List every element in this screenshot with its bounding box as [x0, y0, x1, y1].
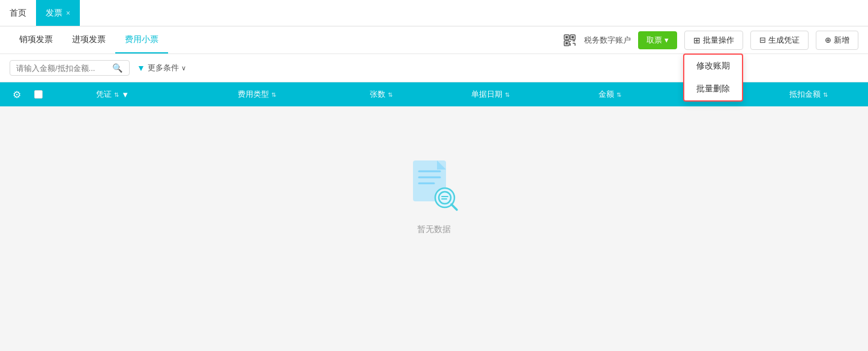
generate-voucher-button[interactable]: ⊟ 生成凭证: [750, 31, 809, 50]
top-nav: 首页 发票 ×: [0, 0, 868, 26]
svg-rect-3: [571, 36, 574, 38]
dropdown-item-batch-delete[interactable]: 批量删除: [684, 78, 742, 100]
settings-icon: ⚙: [13, 89, 21, 100]
th-count[interactable]: 张数 ⇅: [337, 89, 426, 100]
search-input[interactable]: [16, 64, 112, 73]
search-icon: 🔍: [112, 63, 122, 73]
sub-tabs-left: 销项发票 进项发票 费用小票: [10, 26, 168, 53]
th-deduct-label: 抵扣金额: [789, 89, 821, 100]
th-checkbox[interactable]: [29, 90, 48, 99]
empty-state: 暂无数据: [0, 106, 868, 259]
th-count-label: 张数: [370, 89, 385, 100]
th-date-label: 单据日期: [471, 89, 502, 100]
th-amount[interactable]: 金额 ⇅: [555, 89, 665, 100]
th-deduct-amount[interactable]: 抵扣金额 ⇅: [754, 89, 863, 100]
fetch-arrow-icon: ▾: [665, 35, 669, 44]
th-expense-type[interactable]: 费用类型 ⇅: [177, 89, 336, 100]
nav-home[interactable]: 首页: [0, 0, 36, 26]
th-voucher-filter-icon: ▼: [121, 90, 129, 99]
th-date[interactable]: 单据日期 ⇅: [426, 89, 555, 100]
nav-tab-close[interactable]: ×: [66, 9, 70, 17]
th-voucher[interactable]: 凭证 ⇅ ▼: [48, 89, 177, 100]
empty-illustration: [404, 154, 464, 215]
batch-operation-container: ⊞ 批量操作 修改账期 批量删除: [684, 31, 743, 50]
fetch-ticket-button[interactable]: 取票 ▾: [638, 31, 677, 49]
th-count-sort-icon: ⇅: [388, 91, 393, 98]
search-box[interactable]: 🔍: [10, 60, 130, 76]
tax-digital-button[interactable]: 税务数字账户: [584, 35, 631, 46]
svg-rect-5: [565, 42, 568, 44]
header-checkbox[interactable]: [34, 90, 43, 99]
filter-label: 更多条件: [148, 63, 179, 73]
tax-digital-label: 税务数字账户: [584, 35, 631, 46]
filter-arrow-icon: ∨: [181, 64, 186, 72]
voucher-icon: ⊟: [759, 35, 766, 44]
tab-sales[interactable]: 销项发票: [10, 26, 62, 53]
dropdown-item-modify-period[interactable]: 修改账期: [684, 55, 742, 78]
filter-button[interactable]: ▼ 更多条件 ∨: [137, 63, 186, 73]
th-voucher-label: 凭证: [96, 89, 112, 100]
tab-income[interactable]: 进项发票: [62, 26, 115, 53]
th-amount-label: 金额: [598, 89, 614, 100]
sub-tabs-right: 税务数字账户 取票 ▾ ⊞ 批量操作 修改账期 批量删除 ⊟ 生成凭证 ⊕ 新增: [562, 31, 858, 50]
th-deduct-sort-icon: ⇅: [823, 91, 828, 98]
qr-icon: [562, 33, 577, 47]
batch-operation-button[interactable]: ⊞ 批量操作: [684, 31, 743, 50]
th-expense-type-sort-icon: ⇅: [271, 91, 276, 98]
th-settings[interactable]: ⚙: [5, 89, 29, 100]
add-button[interactable]: ⊕ 新增: [816, 31, 858, 50]
fetch-label: 取票: [646, 35, 662, 46]
add-label: 新增: [834, 35, 849, 46]
svg-rect-1: [565, 36, 568, 38]
th-voucher-sort-icon: ⇅: [114, 91, 119, 98]
th-expense-type-label: 费用类型: [238, 89, 269, 100]
qr-code-button[interactable]: [562, 33, 577, 47]
nav-tab-invoice[interactable]: 发票 ×: [36, 0, 80, 26]
batch-dropdown-menu: 修改账期 批量删除: [683, 53, 743, 102]
sub-tabs-bar: 销项发票 进项发票 费用小票 税务数字账户: [0, 26, 868, 54]
voucher-label: 生成凭证: [768, 35, 800, 46]
filter-icon: ▼: [137, 63, 145, 73]
th-date-sort-icon: ⇅: [505, 91, 510, 98]
batch-icon: ⊞: [693, 35, 701, 45]
th-amount-sort-icon: ⇅: [616, 91, 621, 98]
tab-expense[interactable]: 费用小票: [115, 26, 168, 53]
add-icon: ⊕: [825, 35, 831, 44]
nav-tab-label: 发票: [46, 8, 62, 19]
empty-text: 暂无数据: [417, 224, 451, 235]
svg-line-19: [451, 204, 457, 210]
batch-label: 批量操作: [703, 35, 734, 46]
